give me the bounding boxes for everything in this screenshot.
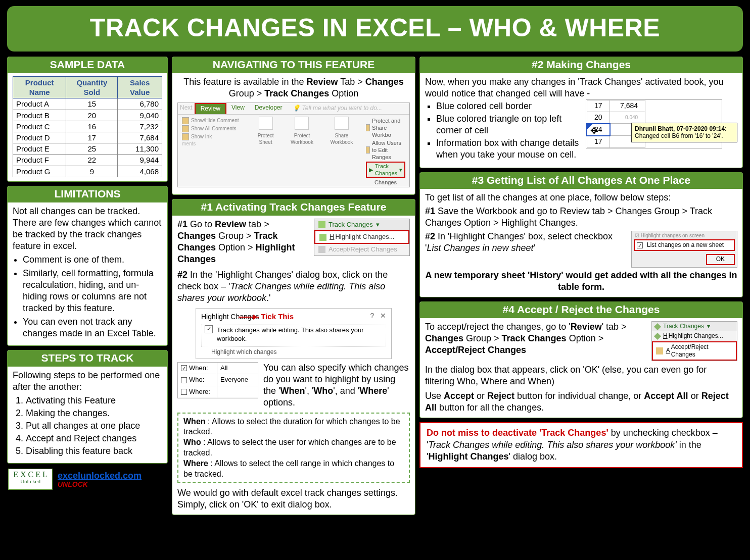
table-row: Product C167,232	[13, 121, 162, 132]
table-row: Product D177,684	[13, 132, 162, 143]
steps-header: STEPS TO TRACK	[8, 350, 167, 367]
step1-header: #1 Activating Track Changes Feature	[172, 199, 415, 216]
list-item: Disabling this feature back	[26, 445, 162, 457]
ok-button[interactable]: OK	[706, 254, 735, 265]
step3-p3: #2 In 'Highlight Changes' box, select ch…	[425, 231, 626, 254]
step2-intro: Now, when you make any changes in 'Track…	[425, 76, 737, 99]
step3-header: #3 Getting List of All Changes At One Pl…	[420, 173, 742, 189]
list-changes-checkbox[interactable]: ✓List changes on a new sheet	[634, 239, 735, 251]
step4-p1: To accept/reject the changes, go to 'Rev…	[425, 321, 646, 356]
nav-text: This feature is available in the Review …	[177, 76, 410, 99]
step2-header: #2 Making Changes	[420, 57, 742, 73]
menu2-highlight[interactable]: HHighlight Changes...	[652, 331, 737, 341]
sample-data-header: SAMPLE DATA	[8, 57, 167, 73]
list-item: Put all changes at one place	[26, 420, 162, 432]
when-who-where-text: You can also specify which changes do yo…	[263, 362, 410, 409]
when-who-where-definitions: When : Allows to select the duration for…	[177, 413, 410, 484]
footer-link-block: excelunlocked.com UNLOCK	[58, 471, 142, 488]
step4-header: #4 Accept / Reject the Changes	[420, 302, 742, 318]
table-row: Product E2511,300	[13, 143, 162, 155]
sample-data-table: Product Name Quantity Sold Sales Value P…	[13, 76, 162, 177]
limitations-header: LIMITATIONS	[8, 186, 167, 202]
nav-header: NAVIGATING TO THIS FEATURE	[172, 57, 415, 73]
menu2-accept-reject[interactable]: AAccept/Reject Changes	[652, 341, 737, 361]
track-while-editing-checkbox[interactable]: Track changes while editing. This also s…	[201, 325, 386, 346]
nav-card: NAVIGATING TO THIS FEATURE This feature …	[172, 57, 415, 195]
col-product: Product Name	[13, 77, 66, 98]
col-qty: Quantity Sold	[66, 77, 118, 98]
site-link[interactable]: excelunlocked.com	[58, 471, 142, 481]
sample-data-card: SAMPLE DATA Product Name Quantity Sold S…	[7, 57, 168, 182]
step2-card: #2 Making Changes Now, when you make any…	[419, 57, 743, 168]
limitations-card: LIMITATIONS Not all changes can be track…	[7, 186, 168, 346]
steps-card: STEPS TO TRACK Following steps to be per…	[7, 350, 168, 464]
menu-highlight-changes[interactable]: HHighlight Changes...	[314, 230, 409, 244]
unlock-tag: UNLOCK	[58, 480, 142, 488]
step3-p1: To get list of all the changes at one pl…	[425, 192, 737, 203]
step4-p2: In the dialog box that appears, click on…	[425, 364, 737, 387]
step3-p2: #1 Save the Workbook and go to Review ta…	[425, 206, 737, 229]
list-item: Information box with change details when…	[436, 137, 581, 161]
step4-p3: Use Accept or Reject button for individu…	[425, 390, 737, 414]
step3-card: #3 Getting List of All Changes At One Pl…	[419, 172, 743, 297]
step1-text1: #1 Go to Review tab > Changes Group > Tr…	[177, 219, 309, 265]
ribbon-tab-view[interactable]: View	[226, 103, 250, 114]
change-tooltip: Dhrunil Bhatt, 07-07-2020 09:14: Changed…	[631, 123, 737, 142]
menu-track-changes[interactable]: Track Changes ▾	[314, 219, 409, 231]
list-item: Similarly, cell formatting, formula reca…	[23, 268, 162, 314]
step3-p4: A new temporary sheet 'History' would ge…	[425, 270, 737, 293]
footer-row: E X C E L Unl cked excelunlocked.com UNL…	[7, 468, 168, 490]
table-row: Product B209,040	[13, 110, 162, 121]
ribbon-tab-review[interactable]: Review	[195, 103, 226, 114]
list-item: Blue colored cell border	[436, 100, 581, 112]
step4-card: #4 Accept / Reject the Changes To accept…	[419, 301, 743, 419]
limitations-intro: Not all changes can be tracked. There ar…	[13, 206, 162, 252]
table-row: Product A156,780	[13, 98, 162, 110]
highlight-options-box: ✓When:All Who:Everyone Where:	[177, 362, 258, 399]
page-title: TRACK CHANGES IN EXCEL – WHO & WHERE	[7, 6, 743, 52]
deactivate-warning: Do not miss to deactivate 'Track Changes…	[419, 422, 743, 468]
list-item: Making the changes.	[26, 408, 162, 419]
table-row: Product G94,068	[13, 166, 162, 177]
ribbon-track-changes-button[interactable]: ▶ Track Changes ▾	[366, 162, 405, 178]
menu-accept-reject[interactable]: Accept/Reject Changes	[314, 244, 409, 256]
ribbon-tab-developer[interactable]: Developer	[250, 103, 288, 114]
list-changes-new-sheet-box: ☑ Highlight changes on screen ✓List chan…	[631, 231, 737, 268]
ribbon-tellme[interactable]: 💡 Tell me what you want to do...	[288, 103, 409, 114]
steps-intro: Following steps to be performed one afte…	[13, 370, 162, 393]
accept-reject-menu: Track Changes ▾ HHighlight Changes... AA…	[651, 321, 737, 361]
list-item: You can even not track any changes made …	[23, 316, 162, 339]
list-item: Blue colored triangle on top left corner…	[436, 113, 581, 136]
step1-text3: We would go with default excel track cha…	[177, 487, 410, 511]
ribbon-mock: Next Review View Developer 💡 Tell me wha…	[177, 103, 410, 187]
menu2-track-changes[interactable]: Track Changes ▾	[652, 322, 737, 331]
list-item: Comment is one of them.	[23, 254, 162, 266]
list-item: Activating this Feature	[26, 395, 162, 406]
col-sales: Sales Value	[118, 77, 162, 98]
logo: E X C E L Unl cked	[8, 469, 53, 490]
list-item: Accept and Reject changes	[26, 433, 162, 444]
highlight-changes-dialog: Highlight Changes Tick This ? ✕ Track ch…	[196, 308, 392, 359]
track-changes-menu: Track Changes ▾ HHighlight Changes... Ac…	[314, 219, 410, 256]
cursor-icon: ✥	[590, 125, 598, 137]
table-row: Product F229,944	[13, 155, 162, 166]
step1-text2: #2 In the 'Highlight Changes' dialog box…	[177, 269, 410, 304]
step1-card: #1 Activating Track Changes Feature #1 G…	[172, 199, 415, 516]
